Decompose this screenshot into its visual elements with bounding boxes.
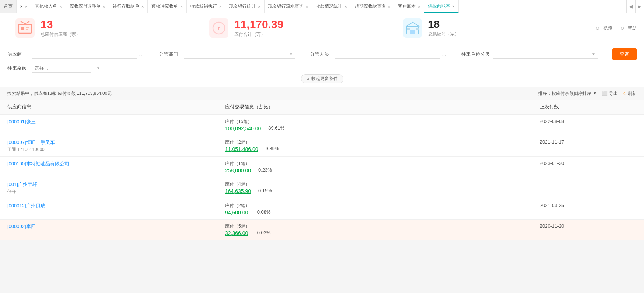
tx-info-cell: 应付（2笔）94,600.000.08%: [218, 199, 532, 220]
close-tab-tab3[interactable]: ×: [25, 4, 27, 9]
close-tab-bank-deposit[interactable]: ×: [141, 4, 144, 9]
svg-text:¥: ¥: [217, 25, 220, 31]
nav-tab-bank-deposit[interactable]: 银行存取款单×: [109, 0, 148, 13]
sort-label[interactable]: 排序：按应付余额倒序排序 ▼: [538, 90, 597, 97]
nav-tab-customer-ledger[interactable]: 客户账本×: [394, 0, 424, 13]
nav-tab-receipt-stat[interactable]: 收款情况统计×: [312, 0, 351, 13]
col-last-pay: 上次付数: [532, 100, 644, 114]
supplier-name-link[interactable]: [000001]张三: [7, 119, 36, 124]
supplier-name-link[interactable]: [000012]广州贝瑞: [7, 203, 45, 208]
close-tab-cash-bank-stat[interactable]: ×: [258, 4, 260, 9]
filter-unit: 往来单位分类 ▼: [461, 50, 598, 59]
close-tab-receipt-verify[interactable]: ×: [219, 4, 221, 9]
supplier-name-link[interactable]: [000100]本特勤油品有限公司: [7, 161, 69, 166]
balance-filter-select[interactable]: ▼: [32, 64, 91, 73]
col-tx-info: 应付交易信息（占比）: [218, 100, 532, 114]
svg-rect-10: [410, 30, 415, 34]
export-btn[interactable]: ⬜ 导出: [602, 90, 617, 97]
unit-filter-label: 往来单位分类: [461, 51, 490, 58]
close-tab-receipt-stat[interactable]: ×: [344, 4, 347, 9]
table-row: [000002]李四应付（5笔）32,366.000.03%2020-11-20: [0, 220, 644, 240]
video-link[interactable]: 视频: [603, 25, 612, 31]
nav-tab-overdue-ar[interactable]: 超期应收款查询×: [351, 0, 394, 13]
total-suppliers-count: 18: [428, 19, 459, 30]
data-table-container: 供应商信息 应付交易信息（占比） 上次付数 [000001]张三应付（15笔）1…: [0, 100, 644, 240]
nav-tab-home[interactable]: 首页: [0, 0, 17, 13]
supplier-name-link[interactable]: [000002]李四: [7, 224, 36, 229]
tx-amount-link[interactable]: 94,600.00: [225, 210, 248, 216]
balance-filter-input[interactable]: [35, 65, 97, 71]
nav-tab-supplier-ledger[interactable]: 供应商账本×: [424, 0, 459, 13]
tx-info-cell: 应付（5笔）32,366.000.03%: [218, 220, 532, 240]
unit-filter-select[interactable]: ▼: [493, 50, 598, 59]
table-row: [000100]本特勤油品有限公司应付（1笔）258,000.000.23%20…: [0, 157, 644, 177]
supplier-filter-input[interactable]: [32, 50, 137, 59]
tx-amount-link[interactable]: 164,635.90: [225, 188, 251, 194]
top-right-links: ⊙ 视频 | ⊙ 帮助: [588, 25, 637, 31]
stat-payable-total: ¥ 11,170.39 应付合计（万）: [201, 18, 395, 38]
close-tab-prepay-ar[interactable]: ×: [180, 4, 182, 9]
payable-total-amount: 11,170.39: [234, 19, 283, 30]
supplier-filter-dots[interactable]: ...: [139, 51, 144, 58]
supplier-info-cell: [000100]本特勤油品有限公司: [0, 157, 218, 177]
tx-percent: 0.08%: [257, 209, 271, 215]
collapse-bar: ∧ 收起更多条件: [7, 74, 637, 83]
tx-amount-link[interactable]: 258,000.00: [225, 168, 251, 173]
last-pay-cell: 2023-01-30: [532, 157, 644, 177]
supplier-name-link[interactable]: [001]广州荣轩: [7, 182, 37, 187]
dept-filter-select[interactable]: ▼: [184, 50, 295, 59]
stat-total-suppliers: 18 总供应商（家）: [395, 18, 588, 38]
svg-rect-8: [403, 18, 422, 38]
close-tab-overdue-ar[interactable]: ×: [388, 4, 390, 9]
collapse-button[interactable]: ∧ 收起更多条件: [301, 74, 343, 83]
tx-info-cell: 应付（2笔）11,051,486.009.89%: [218, 135, 532, 157]
close-tab-supplier-ledger[interactable]: ×: [452, 4, 455, 8]
query-button[interactable]: 查询: [612, 48, 637, 60]
supplier-info-cell: [000012]广州贝瑞: [0, 199, 218, 220]
filter-balance: 往来余额 ▼: [7, 64, 91, 73]
nav-left-arrow[interactable]: ◀: [626, 0, 635, 13]
filter-section: 供应商 ... 分管部门 ▼ 分管人员 ... 往来单位分类 ▼: [0, 43, 644, 87]
close-tab-cash-bank-flow[interactable]: ×: [306, 4, 308, 9]
refresh-btn[interactable]: ↻ 刷新: [623, 90, 637, 97]
tx-amount-link[interactable]: 32,366.00: [225, 230, 248, 236]
col-supplier-info: 供应商信息: [0, 100, 218, 114]
svg-rect-12: [416, 28, 419, 30]
result-actions: 排序：按应付余额倒序排序 ▼ ⬜ 导出 ↻ 刷新: [538, 90, 637, 97]
supplier-table: 供应商信息 应付交易信息（占比） 上次付数 [000001]张三应付（15笔）1…: [0, 100, 644, 240]
export-icon: ⬜: [602, 91, 608, 96]
nav-tab-other-income[interactable]: 其他收入单×: [31, 0, 66, 13]
tx-amount-link[interactable]: 100,092,540.00: [225, 125, 261, 131]
table-row: [001]广州荣轩仔仔应付（4笔）164,635.900.15%: [0, 177, 644, 199]
supplier-icon: [15, 18, 35, 38]
supplier-name-link[interactable]: [000007]恒旺二手叉车: [7, 139, 55, 145]
close-tab-other-income[interactable]: ×: [59, 4, 62, 9]
supplier-info-cell: [000007]恒旺二手叉车王通 17106110000: [0, 135, 218, 157]
tx-info-cell: 应付（15笔）100,092,540.0089.61%: [218, 114, 532, 135]
refresh-icon: ↻: [623, 91, 627, 96]
stats-bar: 13 总应付供应商（家） ¥ 11,170.39 应付合计（万）: [0, 13, 644, 43]
supplier-sub-info: 仔仔: [7, 189, 210, 195]
help-link[interactable]: 帮助: [628, 25, 637, 31]
person-filter-dots[interactable]: ...: [441, 51, 446, 58]
svg-rect-4: [26, 29, 28, 30]
nav-tab-ar-ap-adj[interactable]: 应收应付调整单×: [66, 0, 109, 13]
dept-dropdown-icon: ▼: [289, 52, 293, 56]
circle-icon: ⊙: [596, 25, 599, 31]
store-icon: [402, 18, 423, 38]
tx-amount-link[interactable]: 11,051,486.00: [225, 146, 258, 152]
nav-right-arrow[interactable]: ▶: [635, 0, 644, 13]
last-pay-cell: 2022-08-08: [532, 114, 644, 135]
table-header: 供应商信息 应付交易信息（占比） 上次付数: [0, 100, 644, 114]
nav-tab-prepay-ar[interactable]: 预收冲应收单×: [148, 0, 186, 13]
person-filter-input[interactable]: [335, 50, 440, 59]
close-tab-customer-ledger[interactable]: ×: [418, 4, 420, 9]
nav-tab-receipt-verify[interactable]: 收款核销执行×: [187, 0, 225, 13]
nav-tab-cash-bank-flow[interactable]: 现金银行流水查询×: [265, 0, 312, 13]
nav-tab-tab3[interactable]: 3×: [17, 0, 31, 13]
nav-tab-cash-bank-stat[interactable]: 现金银行统计×: [225, 0, 264, 13]
supplier-info-cell: [001]广州荣轩仔仔: [0, 177, 218, 199]
table-body: [000001]张三应付（15笔）100,092,540.0089.61%202…: [0, 114, 644, 240]
unit-dropdown-icon: ▼: [592, 52, 595, 56]
close-tab-ar-ap-adj[interactable]: ×: [103, 4, 105, 9]
